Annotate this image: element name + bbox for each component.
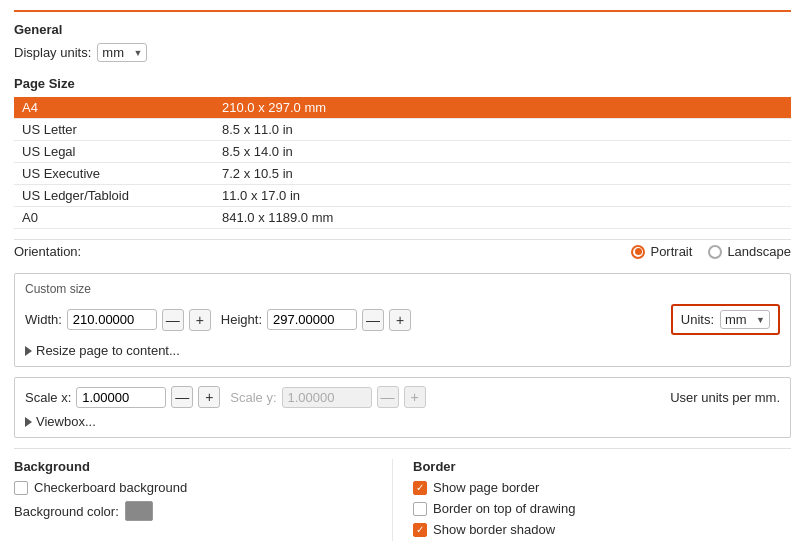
units-group: Units: mm ▼: [671, 304, 780, 335]
viewbox-label: Viewbox...: [36, 414, 96, 429]
scale-x-group: Scale x: — +: [25, 386, 220, 408]
page-size-dimensions: 210.0 x 297.0 mm: [214, 97, 791, 119]
page-size-name: US Ledger/Tabloid: [14, 185, 214, 207]
scale-x-minus-button[interactable]: —: [171, 386, 193, 408]
width-minus-button[interactable]: —: [162, 309, 184, 331]
landscape-label: Landscape: [727, 244, 791, 259]
bg-color-row: Background color:: [14, 501, 392, 521]
resize-label: Resize page to content...: [36, 343, 180, 358]
page-size-name: A4: [14, 97, 214, 119]
height-plus-button[interactable]: +: [389, 309, 411, 331]
page-size-row[interactable]: US Letter8.5 x 11.0 in: [14, 119, 791, 141]
page-size-dimensions: 8.5 x 14.0 in: [214, 141, 791, 163]
scale-x-plus-button[interactable]: +: [198, 386, 220, 408]
units-value: mm: [725, 312, 747, 327]
resize-chevron-icon: [25, 346, 32, 356]
height-input[interactable]: [267, 309, 357, 330]
show-shadow-row: Show border shadow: [413, 522, 791, 537]
checkerboard-label: Checkerboard background: [34, 480, 187, 495]
general-section-title: General: [14, 22, 791, 37]
page-size-section: Page Size A4210.0 x 297.0 mmUS Letter8.5…: [14, 76, 791, 229]
portrait-radio[interactable]: [631, 245, 645, 259]
page-size-dimensions: 11.0 x 17.0 in: [214, 185, 791, 207]
viewbox-link[interactable]: Viewbox...: [25, 414, 780, 429]
checkerboard-row: Checkerboard background: [14, 480, 392, 495]
scale-y-input: [282, 387, 372, 408]
scale-x-label: Scale x:: [25, 390, 71, 405]
units-select[interactable]: mm ▼: [720, 310, 770, 329]
background-col: Background Checkerboard background Backg…: [14, 459, 392, 541]
scale-y-group: Scale y: — +: [230, 386, 425, 408]
scale-x-input[interactable]: [76, 387, 166, 408]
custom-size-title: Custom size: [25, 282, 780, 296]
show-border-row: Show page border: [413, 480, 791, 495]
page-size-name: US Letter: [14, 119, 214, 141]
show-border-checkbox[interactable]: [413, 481, 427, 495]
width-group: Width: — +: [25, 309, 211, 331]
orientation-row: Orientation: Portrait Landscape: [14, 239, 791, 263]
custom-size-row: Width: — + Height: — +: [25, 304, 780, 335]
border-on-top-checkbox[interactable]: [413, 502, 427, 516]
bg-color-label: Background color:: [14, 504, 119, 519]
scale-y-plus-button: +: [404, 386, 426, 408]
user-units-label: User units per mm.: [670, 390, 780, 405]
height-label: Height:: [221, 312, 262, 327]
height-minus-button[interactable]: —: [362, 309, 384, 331]
page-size-dimensions: 7.2 x 10.5 in: [214, 163, 791, 185]
border-on-top-row: Border on top of drawing: [413, 501, 791, 516]
custom-size-section: Custom size Width: — + Height: —: [14, 273, 791, 367]
page-size-row[interactable]: US Ledger/Tabloid11.0 x 17.0 in: [14, 185, 791, 207]
bg-color-swatch[interactable]: [125, 501, 153, 521]
width-input[interactable]: [67, 309, 157, 330]
width-plus-button[interactable]: +: [189, 309, 211, 331]
top-accent-bar: [14, 10, 791, 12]
border-col: Border Show page border Border on top of…: [392, 459, 791, 541]
page-size-row[interactable]: A0841.0 x 1189.0 mm: [14, 207, 791, 229]
border-title: Border: [413, 459, 791, 474]
display-units-label: Display units:: [14, 45, 91, 60]
resize-page-link[interactable]: Resize page to content...: [25, 343, 780, 358]
document-properties-panel: General Display units: mm ▼ Page Size A4…: [0, 0, 805, 541]
bottom-row: Background Checkerboard background Backg…: [14, 448, 791, 541]
units-label: Units:: [681, 312, 714, 327]
scale-section: Scale x: — + Scale y: — + User units per…: [14, 377, 791, 438]
page-size-row[interactable]: US Executive7.2 x 10.5 in: [14, 163, 791, 185]
scale-y-label: Scale y:: [230, 390, 276, 405]
checkerboard-checkbox[interactable]: [14, 481, 28, 495]
page-size-row[interactable]: A4210.0 x 297.0 mm: [14, 97, 791, 119]
page-size-table: A4210.0 x 297.0 mmUS Letter8.5 x 11.0 in…: [14, 97, 791, 229]
background-title: Background: [14, 459, 392, 474]
units-arrow: ▼: [756, 315, 765, 325]
width-label: Width:: [25, 312, 62, 327]
display-units-value: mm: [102, 45, 124, 60]
page-size-row[interactable]: US Legal8.5 x 14.0 in: [14, 141, 791, 163]
orientation-label: Orientation:: [14, 244, 81, 259]
show-shadow-label: Show border shadow: [433, 522, 555, 537]
scale-row: Scale x: — + Scale y: — + User units per…: [25, 386, 780, 408]
display-units-arrow: ▼: [133, 48, 142, 58]
show-shadow-checkbox[interactable]: [413, 523, 427, 537]
page-size-name: US Executive: [14, 163, 214, 185]
display-units-select[interactable]: mm ▼: [97, 43, 147, 62]
landscape-radio[interactable]: [708, 245, 722, 259]
viewbox-chevron-icon: [25, 417, 32, 427]
orientation-options: Portrait Landscape: [631, 244, 791, 259]
height-group: Height: — +: [221, 309, 411, 331]
page-size-dimensions: 8.5 x 11.0 in: [214, 119, 791, 141]
portrait-option[interactable]: Portrait: [631, 244, 692, 259]
page-size-dimensions: 841.0 x 1189.0 mm: [214, 207, 791, 229]
display-units-row: Display units: mm ▼: [14, 43, 791, 62]
page-size-name: A0: [14, 207, 214, 229]
page-size-title: Page Size: [14, 76, 791, 91]
page-size-name: US Legal: [14, 141, 214, 163]
show-border-label: Show page border: [433, 480, 539, 495]
scale-y-minus-button: —: [377, 386, 399, 408]
landscape-option[interactable]: Landscape: [708, 244, 791, 259]
portrait-label: Portrait: [650, 244, 692, 259]
border-on-top-label: Border on top of drawing: [433, 501, 575, 516]
